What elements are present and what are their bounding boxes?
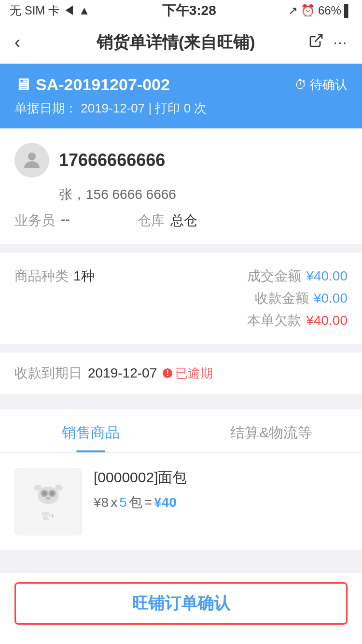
stats-left: 商品种类 1种 [14, 267, 181, 285]
svg-point-1 [28, 153, 36, 160]
bottom-bar: 旺铺订单确认 [0, 572, 362, 644]
owl-icon [34, 482, 63, 510]
time-display: 下午3:28 [162, 1, 216, 20]
owing-value: ¥40.00 [306, 313, 348, 328]
product-item: 管+ [0000002]面包 ¥8 x 5 包 = ¥40 [0, 453, 362, 550]
customer-section: 17666666666 张，156 6666 6666 业务员 -- 仓库 总仓 [0, 128, 362, 244]
customer-header: 17666666666 [14, 143, 348, 178]
due-section: 收款到期日 2019-12-07 ! 已逾期 [0, 352, 362, 394]
product-name: [0000002]面包 [94, 468, 348, 488]
svg-point-5 [42, 491, 47, 496]
svg-line-0 [315, 35, 322, 42]
page-title: 销货单详情(来自旺铺) [97, 31, 255, 54]
overdue-text: 已逾期 [175, 365, 213, 382]
customer-details: 业务员 -- 仓库 总仓 [14, 211, 348, 230]
equals-sign: = [144, 495, 152, 510]
payment-row: 收款金额 ¥0.00 [255, 289, 348, 308]
alarm-icon: ⏰ [301, 4, 315, 17]
location-icon: ↗ [288, 4, 298, 17]
back-button[interactable]: ‹ [14, 32, 43, 53]
amount-label: 成交金额 [247, 267, 301, 285]
order-date-row: 单据日期： 2019-12-07 | 打印 0 次 [14, 100, 348, 117]
price: ¥8 [94, 495, 109, 510]
sales-value: -- [61, 211, 70, 230]
separator-3 [0, 402, 362, 409]
product-type-value: 1种 [73, 267, 95, 285]
unit: 包 [129, 493, 142, 512]
sales-label: 业务员 [14, 211, 55, 230]
due-label: 收款到期日 [14, 364, 82, 382]
warehouse-value: 总仓 [170, 211, 197, 230]
product-type-row: 商品种类 1种 [14, 267, 181, 285]
tabs-section: 销售商品 结算&物流等 [0, 409, 362, 453]
customer-phone: 17666666666 [59, 150, 165, 170]
product-image-inner: 管+ [34, 482, 63, 522]
payment-label: 收款金额 [255, 289, 309, 308]
product-price-row: ¥8 x 5 包 = ¥40 [94, 493, 348, 512]
owing-label: 本单欠款 [247, 311, 301, 330]
payment-value: ¥0.00 [314, 291, 348, 306]
nav-bar: ‹ 销货单详情(来自旺铺) ··· [0, 21, 362, 64]
stats-right: 成交金额 ¥40.00 收款金额 ¥0.00 本单欠款 ¥40.00 [181, 267, 348, 330]
product-type-label: 商品种类 [14, 267, 69, 285]
battery-icon: ▌ [344, 4, 352, 17]
order-status: ⏱ 待确认 [294, 76, 348, 93]
more-button[interactable]: ··· [334, 35, 348, 50]
tab-sales-products[interactable]: 销售商品 [0, 409, 181, 452]
product-info: [0000002]面包 ¥8 x 5 包 = ¥40 [94, 468, 348, 535]
svg-point-7 [46, 497, 51, 500]
quantity: 5 [119, 495, 127, 510]
share-button[interactable] [308, 33, 324, 52]
order-id: 🖥 SA-20191207-002 [14, 75, 170, 94]
amount-value: ¥40.00 [306, 268, 348, 284]
status-clock-icon: ⏱ [294, 77, 307, 92]
svg-point-6 [50, 491, 55, 496]
order-icon: 🖥 [14, 75, 31, 94]
multiply-sign: x [111, 495, 117, 510]
overdue-badge: ! 已逾期 [163, 365, 213, 382]
stats-section: 商品种类 1种 成交金额 ¥40.00 收款金额 ¥0.00 本单欠款 ¥40.… [0, 252, 362, 344]
status-right: ↗ ⏰ 66% ▌ [288, 4, 352, 17]
due-date: 2019-12-07 [88, 365, 157, 381]
product-image: 管+ [14, 468, 82, 535]
warehouse-item: 仓库 总仓 [138, 211, 197, 230]
warehouse-label: 仓库 [138, 211, 165, 230]
confirm-order-button[interactable]: 旺铺订单确认 [14, 582, 348, 625]
wifi-icon: ▲ [79, 4, 90, 17]
status-left: 无 SIM 卡 ◀ ▲ [10, 3, 90, 18]
overdue-dot-icon: ! [163, 368, 172, 378]
battery-text: 66% [318, 4, 341, 17]
tab-settlement[interactable]: 结算&物流等 [181, 409, 362, 452]
tab-underline [76, 450, 105, 452]
sales-item: 业务员 -- [14, 211, 70, 230]
avatar [14, 143, 49, 178]
owing-row: 本单欠款 ¥40.00 [247, 311, 348, 330]
status-bar: 无 SIM 卡 ◀ ▲ 下午3:28 ↗ ⏰ 66% ▌ [0, 0, 362, 21]
nav-actions: ··· [308, 33, 348, 52]
brand-plus-text: 管+ [42, 510, 56, 522]
no-sim-text: 无 SIM 卡 ◀ [10, 3, 75, 18]
order-header-card: 🖥 SA-20191207-002 ⏱ 待确认 单据日期： 2019-12-07… [0, 64, 362, 128]
total-price: ¥40 [154, 495, 177, 510]
amount-row: 成交金额 ¥40.00 [247, 267, 348, 285]
tabs-row: 销售商品 结算&物流等 [0, 409, 362, 452]
customer-name: 张，156 6666 6666 [14, 185, 348, 204]
svg-point-2 [38, 487, 59, 504]
